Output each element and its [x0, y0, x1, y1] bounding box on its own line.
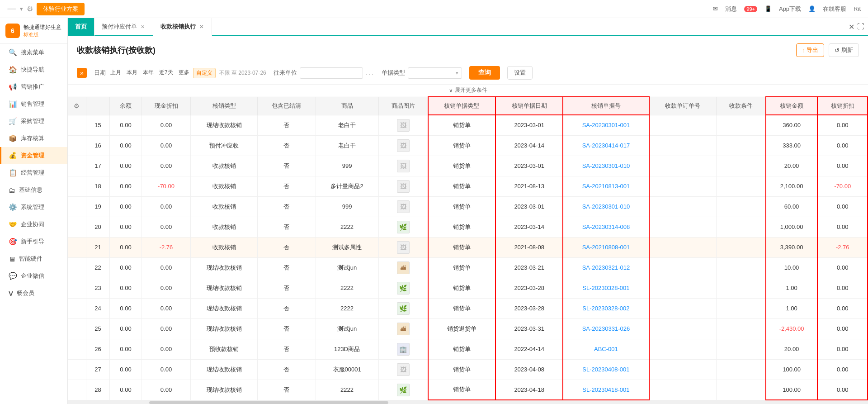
row-cancel-bill-no-cell[interactable]: SA-20210813-001: [563, 176, 649, 196]
sidebar-item-shortcut[interactable]: 🏠 快捷导航: [0, 61, 67, 78]
sidebar-item-hardware[interactable]: 🖥 智能硬件: [0, 250, 67, 267]
row-cancel-bill-no-cell[interactable]: SA-20210808-001: [563, 237, 649, 257]
filter-date-more[interactable]: 更多: [177, 68, 191, 78]
cancel-bill-no-link[interactable]: SL-20230418-001: [582, 386, 629, 393]
sidebar-item-system[interactable]: ⚙️ 系统管理: [0, 199, 67, 216]
tab-prepay-close-icon[interactable]: ✕: [140, 24, 146, 30]
cancel-bill-no-link[interactable]: SA-20230321-012: [582, 264, 630, 271]
online-service-label[interactable]: 在线客服: [823, 5, 846, 13]
sidebar-item-operations[interactable]: 📋 经营管理: [0, 164, 67, 181]
row-cancel-type-cell: 现结收款核销: [191, 278, 258, 298]
sidebar-item-marketing-label: 营销推广: [21, 83, 44, 91]
page-title: 收款核销执行(按收款): [77, 45, 156, 56]
window-maximize-icon[interactable]: ⛶: [857, 23, 864, 31]
tab-receipt-close-icon[interactable]: ✕: [198, 24, 204, 30]
refresh-button[interactable]: ↺ 刷新: [829, 43, 859, 57]
sidebar-item-wechat[interactable]: 💬 企业微信: [0, 267, 67, 285]
cancel-bill-no-link[interactable]: SL-20230328-001: [582, 285, 629, 291]
row-cancel-discount-cell: 0.00: [817, 135, 868, 156]
cancel-bill-no-link[interactable]: SA-20230301-001: [582, 122, 630, 128]
row-included-cell: 否: [258, 217, 316, 237]
row-receipt-order-no-cell: [649, 359, 716, 380]
row-cancel-bill-no-cell[interactable]: SA-20230331-026: [563, 318, 649, 339]
industry-solution-button[interactable]: 休验行业方案: [37, 3, 85, 15]
tab-prepay-label: 预付冲应付单: [102, 23, 137, 31]
row-included-cell: 否: [258, 257, 316, 278]
sidebar-item-member[interactable]: V 畅会员: [0, 285, 67, 302]
settings-button[interactable]: 设置: [507, 66, 533, 80]
row-product-img-cell: 🖼: [378, 196, 428, 217]
cancel-bill-no-link[interactable]: ABC-001: [594, 346, 618, 352]
sidebar-item-newbie[interactable]: 🎯 新手引导: [0, 233, 67, 250]
filter-partner-input[interactable]: [300, 67, 363, 79]
app-download-label[interactable]: App下载: [779, 5, 801, 13]
row-cancel-bill-no-cell[interactable]: SA-20230314-008: [563, 217, 649, 237]
row-cancel-bill-no-cell[interactable]: SA-20230301-010: [563, 196, 649, 217]
expand-button[interactable]: ∨ 展开更多条件: [449, 86, 487, 94]
th-receipt-condition: 收款条件: [716, 97, 766, 115]
table-scroll-bar[interactable]: [68, 400, 868, 404]
row-settings-cell: [68, 196, 86, 217]
cancel-bill-no-link[interactable]: SL-20230408-001: [582, 366, 629, 373]
row-cancel-bill-no-cell[interactable]: SL-20230418-001: [563, 380, 649, 400]
row-receipt-condition-cell: [716, 135, 766, 156]
message-icon[interactable]: ✉: [713, 5, 718, 12]
sidebar-item-basic[interactable]: 🗂 基础信息: [0, 181, 67, 199]
row-cancel-bill-no-cell[interactable]: ABC-001: [563, 339, 649, 359]
sidebar-item-enterprise[interactable]: 🤝 企业协同: [0, 216, 67, 233]
cancel-bill-no-link[interactable]: SL-20230328-002: [582, 305, 629, 312]
sidebar-item-finance[interactable]: 💰 资金管理: [0, 147, 67, 164]
export-button[interactable]: ↑ 导出: [796, 43, 825, 57]
tab-home[interactable]: 首页: [68, 18, 94, 36]
sidebar-item-sales[interactable]: 📊 销售管理: [0, 95, 67, 113]
sidebar-item-inventory[interactable]: 📦 库存核算: [0, 130, 67, 147]
address-bar[interactable]: [7, 8, 16, 10]
row-cancel-bill-no-cell[interactable]: SL-20230408-001: [563, 359, 649, 380]
row-cancel-bill-date-cell: 2023-03-28: [495, 298, 563, 318]
top-bar: ▾ ⚙ 休验行业方案 ✉ 消息 99+ 📱 App下载 👤 在线客服 Rit: [0, 0, 868, 18]
tab-prepay[interactable]: 预付冲应付单 ✕: [94, 18, 153, 36]
row-cancel-bill-no-cell[interactable]: SA-20230301-001: [563, 115, 649, 135]
filter-toggle-button[interactable]: »: [77, 68, 87, 78]
cancel-bill-no-link[interactable]: SA-20210808-001: [582, 244, 630, 251]
row-receipt-order-no-cell: [649, 115, 716, 135]
table-row: 180.00-70.00收款核销否多计量商品2🖼销货单2021-08-13SA-…: [68, 176, 868, 196]
row-cancel-amount-cell: 100.00: [766, 380, 818, 400]
row-balance-cell: 0.00: [110, 217, 142, 237]
cancel-bill-no-link[interactable]: SA-20230331-026: [582, 325, 630, 332]
row-cancel-bill-type-cell: 销货单: [428, 278, 495, 298]
window-close-icon[interactable]: ✕: [849, 23, 854, 31]
cancel-bill-no-link[interactable]: SA-20210813-001: [582, 183, 630, 190]
filter-bill-type-select[interactable]: [408, 67, 462, 79]
filter-date-7days[interactable]: 近7天: [157, 68, 175, 78]
row-cancel-bill-no-cell[interactable]: SA-20230414-017: [563, 135, 649, 156]
tab-receipt[interactable]: 收款核销执行 ✕: [153, 18, 212, 36]
operations-icon: 📋: [9, 169, 17, 177]
cancel-bill-no-link[interactable]: SA-20230414-017: [582, 142, 630, 149]
messages-badge: 99+: [744, 6, 757, 12]
row-cancel-bill-no-cell[interactable]: SA-20230321-012: [563, 257, 649, 278]
filter-date-last-month[interactable]: 上月: [108, 68, 123, 78]
row-included-cell: 否: [258, 115, 316, 135]
cancel-bill-no-link[interactable]: SA-20230301-010: [582, 203, 630, 210]
gear-icon[interactable]: ⚙: [27, 5, 33, 13]
row-no-cell: 22: [86, 257, 110, 278]
top-bar-right: ✉ 消息 99+ 📱 App下载 👤 在线客服 Rit: [713, 5, 861, 13]
sidebar-item-purchase[interactable]: 🛒 采购管理: [0, 113, 67, 130]
row-cancel-bill-no-cell[interactable]: SL-20230328-001: [563, 278, 649, 298]
row-cash-discount-cell: -2.76: [142, 237, 191, 257]
sidebar-item-search[interactable]: 🔍 搜索菜单: [0, 44, 67, 61]
filter-date-this-year[interactable]: 本年: [141, 68, 156, 78]
column-settings-icon[interactable]: ⚙: [74, 102, 80, 109]
row-cancel-bill-no-cell[interactable]: SL-20230328-002: [563, 298, 649, 318]
filter-date-custom[interactable]: 自定义: [193, 68, 216, 78]
filter-date-this-month[interactable]: 本月: [125, 68, 139, 78]
row-cancel-bill-no-cell[interactable]: SA-20230301-010: [563, 156, 649, 176]
sidebar-item-marketing[interactable]: 📢 营销推广: [0, 78, 67, 95]
tabs: 首页 预付冲应付单 ✕ 收款核销执行 ✕ ✕ ⛶: [68, 18, 868, 36]
hardware-icon: 🖥: [9, 255, 15, 263]
row-receipt-condition-cell: [716, 156, 766, 176]
cancel-bill-no-link[interactable]: SA-20230301-010: [582, 162, 630, 169]
query-button[interactable]: 查询: [469, 66, 500, 80]
cancel-bill-no-link[interactable]: SA-20230314-008: [582, 223, 630, 230]
